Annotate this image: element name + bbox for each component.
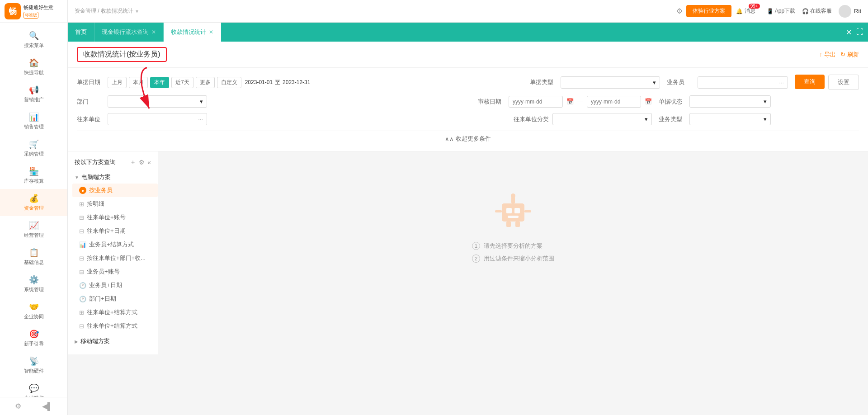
sidebar-item-inventory[interactable]: 🏪 库存核算 — [0, 162, 67, 189]
maximize-btn[interactable]: ⛶ — [856, 28, 863, 36]
message-btn[interactable]: 🔔 消息 99+ — [736, 7, 755, 15]
date-filter: 单据日期 上月 本月 本年 近7天 更多 自定义 2023-01-01 至 20… — [77, 77, 310, 88]
close-all-btn[interactable]: ✕ — [846, 28, 852, 37]
refresh-icon: ↻ — [840, 51, 845, 58]
collapse-btn[interactable]: ∧∧ 收起更多条件 — [77, 131, 859, 146]
sidebar-item-enterprise[interactable]: 🤝 企业协同 — [0, 297, 67, 325]
sidebar-item-guide[interactable]: 🎯 新手引导 — [0, 325, 67, 352]
salesperson-select[interactable]: ··· — [698, 76, 788, 89]
partner-select[interactable]: ··· — [108, 113, 207, 125]
collapse-chevron-icon: ∧∧ — [445, 136, 454, 142]
sidebar-item-hardware[interactable]: 📡 智能硬件 — [0, 352, 67, 379]
date-btn-more[interactable]: 更多 — [196, 77, 215, 88]
scheme-item-by-detail[interactable]: ⊞ 按明细 — [72, 197, 158, 211]
query-btn[interactable]: 查询 — [795, 75, 825, 89]
scheme-group-desktop-title[interactable]: ▼ 电脑端方案 — [68, 171, 158, 184]
scheme-item-partner-settle1[interactable]: ⊞ 往来单位+结算方式 — [72, 306, 158, 319]
sidebar-label-inventory: 库存核算 — [24, 178, 44, 184]
online-service-btn[interactable]: 🎧 在线客服 — [802, 7, 832, 15]
doc-status-label: 单据状态 — [659, 98, 686, 106]
scheme-item-salesperson-account[interactable]: ⊟ 业务员+账号 — [72, 265, 158, 278]
sidebar-item-operations[interactable]: 📈 经营管理 — [0, 216, 67, 243]
page-title: 收款情况统计(按业务员) — [83, 50, 160, 58]
doc-status-filter: 单据状态 ▾ — [659, 95, 771, 108]
sidebar-item-marketing[interactable]: 📢 营销推广 — [0, 80, 67, 108]
tab-bank-close[interactable]: ✕ — [151, 29, 156, 35]
gear-icon[interactable]: ⚙ — [676, 7, 683, 15]
refresh-btn[interactable]: ↻ 刷新 — [840, 51, 859, 59]
collapse-panel-btn[interactable]: « — [147, 158, 151, 166]
business-type-label: 业务类型 — [659, 115, 686, 123]
sidebar-item-sales[interactable]: 📊 销售管理 — [0, 108, 67, 135]
scheme-item-partner-dept[interactable]: ⊟ 按往来单位+部门+收... — [72, 251, 158, 265]
home-icon: 🏠 — [29, 58, 39, 68]
refresh-label: 刷新 — [847, 51, 859, 59]
trial-btn[interactable]: 体验行业方案 — [686, 5, 731, 17]
business-type-select[interactable]: ▾ — [689, 113, 771, 125]
date-btn-this-month[interactable]: 本月 — [129, 77, 148, 88]
manage-scheme-btn[interactable]: ⚙ — [139, 158, 145, 166]
scheme-item-dept-date[interactable]: 🕐 部门+日期 — [72, 292, 158, 306]
scheme-item-label-partner-date: 往来单位+日期 — [87, 227, 126, 235]
calendar-icon-from[interactable]: 📅 — [566, 98, 574, 105]
page-header: 收款情况统计(按业务员) ↑ 导出 ↻ 刷新 — [68, 42, 868, 68]
scheme-group-mobile-title[interactable]: ▶ 移动端方案 — [68, 335, 158, 348]
sidebar-item-wechat[interactable]: 💬 企业微信 — [0, 379, 67, 397]
scheme-item-label-partner-dept: 按往来单位+部门+收... — [87, 254, 146, 262]
right-content: 1 请先选择要分析的方案 2 用过滤条件来缩小分析范围 — [158, 151, 868, 354]
sidebar-label-purchase: 采购管理 — [24, 151, 44, 157]
date-btn-this-year[interactable]: 本年 — [150, 77, 169, 88]
type-select[interactable]: ▾ — [561, 76, 660, 89]
sidebar-item-search[interactable]: 🔍 搜索菜单 — [0, 26, 67, 53]
doc-status-select[interactable]: ▾ — [689, 95, 771, 108]
sidebar-item-shortcut[interactable]: 🏠 快捷导航 — [0, 53, 67, 80]
tab-collection[interactable]: 收款情况统计 ✕ — [164, 23, 221, 42]
scheme-item-label-salesperson-date: 业务员+日期 — [89, 281, 122, 289]
collapse-sidebar-icon[interactable]: ◀▌ — [42, 402, 52, 410]
app-download-btn[interactable]: 📱 App下载 — [767, 7, 795, 15]
scheme-item-partner-account[interactable]: ⊟ 往来单位+账号 — [72, 211, 158, 224]
settings-footer-icon[interactable]: ⚙ — [15, 402, 21, 410]
sidebar-item-purchase[interactable]: 🛒 采购管理 — [0, 135, 67, 162]
date-btn-custom[interactable]: 自定义 — [217, 77, 241, 88]
audit-date-label: 审核日期 — [478, 98, 505, 106]
user-info[interactable]: Rit — [839, 5, 861, 18]
scheme-item-salesperson-date[interactable]: 🕐 业务员+日期 — [72, 278, 158, 292]
salesperson-scheme-icon: ● — [79, 187, 86, 194]
collapse-label: 收起更多条件 — [456, 135, 491, 143]
tab-collection-close[interactable]: ✕ — [209, 29, 213, 35]
salesperson-dots[interactable]: ··· — [779, 79, 784, 86]
sidebar-item-system[interactable]: ⚙️ 系统管理 — [0, 270, 67, 297]
hardware-icon: 📡 — [29, 356, 39, 366]
scheme-item-partner-settle2[interactable]: ⊟ 往来单位+结算方式 — [72, 319, 158, 333]
dept-date-icon: 🕐 — [79, 296, 86, 302]
partner-category-select[interactable]: ▾ — [552, 113, 652, 125]
filter-row-1: 单据日期 上月 本月 本年 近7天 更多 自定义 2023-01-01 至 20… — [77, 75, 859, 90]
dropdown-icon[interactable]: ▾ — [136, 8, 138, 14]
settings-btn[interactable]: 设置 — [828, 75, 859, 90]
tab-bank[interactable]: 现金银行流水查询 ✕ — [94, 23, 164, 42]
scheme-item-label-salesperson: 按业务员 — [89, 186, 113, 194]
add-scheme-btn[interactable]: ＋ — [130, 158, 136, 166]
scheme-item-partner-date[interactable]: ⊟ 往来单位+日期 — [72, 224, 158, 238]
audit-date-from[interactable] — [509, 96, 563, 108]
sidebar-item-finance[interactable]: 💰 资金管理 — [0, 189, 67, 216]
mobile-arrow-icon: ▶ — [75, 339, 78, 344]
sidebar-label-operations: 经营管理 — [24, 232, 44, 239]
scheme-item-label-dept-date: 部门+日期 — [89, 295, 116, 303]
tab-home[interactable]: 首页 — [68, 23, 94, 42]
audit-date-to[interactable] — [587, 96, 641, 108]
export-btn[interactable]: ↑ 导出 — [820, 51, 836, 59]
date-btn-last-month[interactable]: 上月 — [108, 77, 127, 88]
scheme-item-salesperson-settle[interactable]: 📊 业务员+结算方式 — [72, 238, 158, 251]
partner-dots[interactable]: ··· — [198, 116, 203, 123]
sidebar-item-basic[interactable]: 📋 基础信息 — [0, 243, 67, 270]
date-btn-7days[interactable]: 近7天 — [171, 77, 193, 88]
calendar-icon-to[interactable]: 📅 — [645, 98, 652, 105]
empty-tips: 1 请先选择要分析的方案 2 用过滤条件来缩小分析范围 — [472, 242, 554, 263]
headset-icon: 🎧 — [802, 8, 809, 14]
export-icon: ↑ — [820, 51, 823, 58]
scheme-item-by-salesperson[interactable]: ● 按业务员 — [72, 184, 158, 197]
dept-select[interactable]: ▾ — [108, 95, 207, 108]
sidebar-label-marketing: 营销推广 — [24, 96, 44, 103]
